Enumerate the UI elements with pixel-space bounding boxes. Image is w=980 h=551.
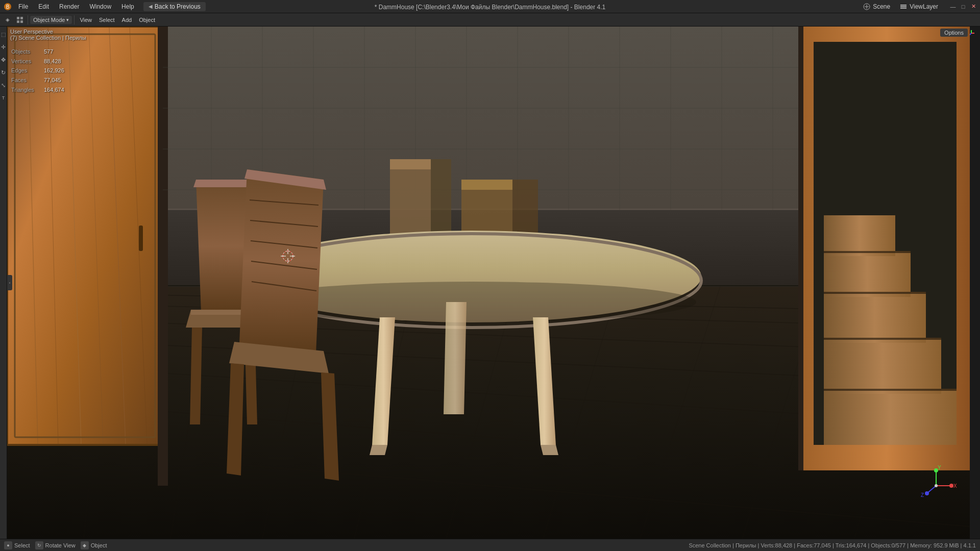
file-menu[interactable]: File <box>14 2 32 11</box>
svg-marker-89 <box>370 445 387 455</box>
svg-point-117 <box>925 491 929 495</box>
mode-selector[interactable]: Object Mode <box>30 16 72 24</box>
svg-rect-71 <box>824 338 941 394</box>
svg-rect-49 <box>139 226 143 251</box>
faces-stat: Faces 77,045 <box>11 76 64 85</box>
options-button[interactable]: Options <box>940 29 968 37</box>
select-status-item: ● Select <box>4 541 30 549</box>
svg-rect-77 <box>824 292 926 294</box>
svg-text:Y: Y <box>938 465 941 470</box>
svg-rect-74 <box>824 215 895 256</box>
back-button-label: Back to Previous <box>155 3 201 10</box>
svg-rect-73 <box>824 251 911 297</box>
triangles-value: 164,674 <box>44 85 64 95</box>
sidebar-collapse-arrow[interactable]: ‹ <box>7 275 12 290</box>
title-bar: B File Edit Render Window Help Back to P… <box>0 0 980 13</box>
select-status-label: Select <box>14 542 30 548</box>
svg-rect-3 <box>900 5 906 6</box>
objects-stat: Objects 577 <box>11 47 64 57</box>
svg-rect-6 <box>17 17 19 19</box>
separator-1 <box>28 15 28 24</box>
blender-logo-icon: B <box>3 2 12 11</box>
svg-rect-80 <box>390 159 431 169</box>
select-menu[interactable]: Select <box>96 16 118 24</box>
svg-point-118 <box>935 484 938 487</box>
viewport-shading-toggle[interactable]: ◈ <box>2 14 13 26</box>
perspective-label: User Perspective <box>10 29 86 35</box>
object-type-filter[interactable] <box>14 14 26 26</box>
header-toolbar: ◈ Object Mode View Select Add Object Glo… <box>0 13 980 27</box>
window-title: * DammHouse [C:\Blender3.4\Мои Файлы Ble… <box>375 4 606 11</box>
scene-render: X Y Z <box>7 27 970 539</box>
window-menu[interactable]: Window <box>85 2 115 11</box>
viewlayer-icon <box>899 3 908 11</box>
svg-rect-72 <box>824 292 926 343</box>
back-to-previous-button[interactable]: Back to Previous <box>143 2 206 11</box>
maximize-button[interactable]: □ <box>960 3 967 10</box>
svg-rect-70 <box>824 389 957 445</box>
svg-marker-93 <box>196 180 247 312</box>
scene-label: Scene <box>873 3 890 10</box>
stats-overlay: Objects 577 Vertices 88,428 Edges 162,92… <box>11 47 64 94</box>
rotate-view-status-label: Rotate View <box>45 542 76 548</box>
object-status-icon: ◆ <box>81 541 89 549</box>
3d-viewport[interactable]: X Y Z User Perspective (7) Scene Collect… <box>7 27 970 539</box>
svg-rect-76 <box>824 338 941 340</box>
status-bar-right-info: Scene Collection | Перилы | Verts:88,428… <box>689 542 976 548</box>
view-menu[interactable]: View <box>77 16 95 24</box>
vertices-value: 88,428 <box>44 57 61 66</box>
svg-marker-94 <box>193 180 250 187</box>
objects-label: Objects <box>11 47 42 57</box>
svg-rect-7 <box>20 17 23 19</box>
edit-menu[interactable]: Edit <box>34 2 53 11</box>
minimize-button[interactable]: — <box>949 3 957 10</box>
faces-label: Faces <box>11 76 42 85</box>
object-menu[interactable]: Object <box>136 16 158 24</box>
collection-label: (7) Scene Collection | Перилы <box>10 35 86 41</box>
edges-label: Edges <box>11 66 42 76</box>
object-status-item: ◆ Object <box>81 541 107 549</box>
triangles-stat: Triangles 164,674 <box>11 85 64 95</box>
svg-marker-97 <box>190 328 202 424</box>
svg-rect-50 <box>158 27 168 486</box>
edges-stat: Edges 162,926 <box>11 66 64 76</box>
svg-marker-91 <box>541 445 558 455</box>
render-menu[interactable]: Render <box>55 2 83 11</box>
object-status-label: Object <box>91 542 107 548</box>
svg-rect-9 <box>20 20 23 23</box>
svg-marker-92 <box>444 302 467 414</box>
svg-rect-83 <box>461 180 512 190</box>
faces-value: 77,045 <box>44 76 61 85</box>
objects-value: 577 <box>44 47 53 57</box>
svg-rect-75 <box>824 389 957 391</box>
close-button[interactable]: ✕ <box>970 3 977 10</box>
svg-rect-4 <box>900 6 906 7</box>
svg-rect-8 <box>17 20 19 23</box>
svg-text:X: X <box>953 483 957 489</box>
select-status-icon: ● <box>4 541 12 549</box>
svg-point-115 <box>949 484 953 488</box>
viewlayer-label: ViewLayer <box>910 3 938 10</box>
svg-point-116 <box>934 468 938 472</box>
help-menu[interactable]: Help <box>117 2 138 11</box>
left-tool-panel: ⬚ ✛ ✥ ↻ ⤡ T <box>0 27 7 539</box>
rotate-view-status-icon: ↻ <box>35 541 43 549</box>
scene-icon <box>863 3 871 11</box>
status-bar: ● Select ↻ Rotate View ◆ Object Scene Co… <box>0 539 980 551</box>
edges-value: 162,926 <box>44 66 64 76</box>
vertices-stat: Vertices 88,428 <box>11 57 64 66</box>
svg-rect-5 <box>900 8 906 9</box>
add-menu[interactable]: Add <box>119 16 135 24</box>
vertices-label: Vertices <box>11 57 42 66</box>
viewport-header: User Perspective (7) Scene Collection | … <box>10 29 86 41</box>
separator-2 <box>74 15 75 24</box>
svg-rect-78 <box>824 251 911 253</box>
svg-text:B: B <box>6 4 10 10</box>
triangles-label: Triangles <box>11 85 42 95</box>
rotate-view-status-item: ↻ Rotate View <box>35 541 76 549</box>
window-controls: Scene ViewLayer — □ ✕ <box>863 3 977 11</box>
svg-text:Z: Z <box>921 492 924 498</box>
